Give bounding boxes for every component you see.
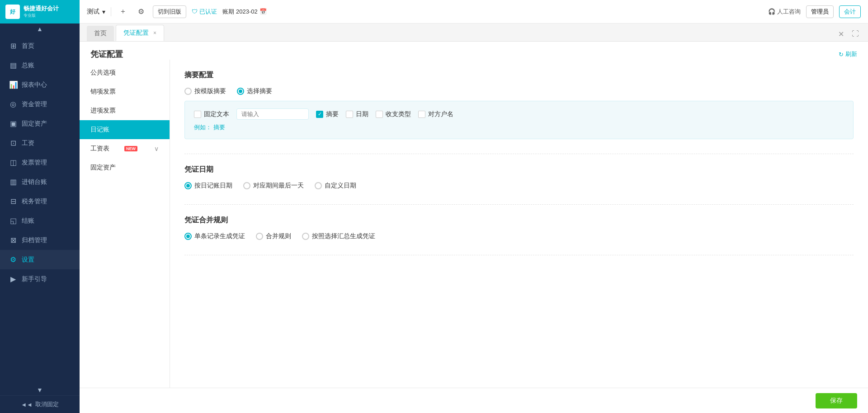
tab-close-btn[interactable]: ✕ (835, 28, 846, 39)
summary-radio-template[interactable]: 按模版摘要 (184, 87, 226, 95)
section-divider-1 (184, 154, 854, 154)
guide-icon: ▶ (9, 275, 17, 283)
sidebar-item-archive[interactable]: ⊠ 归档管理 (0, 230, 80, 250)
switch-version-btn[interactable]: 切到旧版 (153, 5, 186, 18)
section-divider-3 (184, 255, 854, 255)
capital-icon: ◎ (9, 100, 17, 108)
radio-single-circle (184, 233, 192, 240)
summary-config-box: 固定文本 ✓ 摘要 日期 (184, 101, 854, 139)
sidebar-item-assets[interactable]: ▣ 固定资产 (0, 114, 80, 133)
tab-home[interactable]: 首页 (87, 26, 114, 41)
summary-section: 摘要配置 按模版摘要 选择摘要 (184, 70, 854, 139)
topbar: 测试 ▾ ＋ ⚙ 切到旧版 🛡 已认证 账期 2023-02 📅 🎧 人工咨询 … (80, 0, 868, 23)
settings-icon: ⚙ (9, 255, 17, 264)
settings-btn[interactable]: ⚙ (135, 5, 147, 18)
radio-custom-circle (315, 182, 322, 189)
date-title: 凭证日期 (184, 165, 854, 174)
assets-icon: ▣ (9, 119, 17, 128)
left-nav-salary-table[interactable]: 工资表 NEW ∨ (80, 139, 170, 158)
merge-title: 凭证合并规则 (184, 216, 854, 225)
tab-bar: 首页 凭证配置 × ✕ ⛶ (80, 23, 868, 42)
merge-radio-select-all[interactable]: 按照选择汇总生成凭证 (302, 232, 375, 240)
company-selector[interactable]: 测试 ▾ (87, 8, 105, 16)
merge-radio-single[interactable]: 单条记录生成凭证 (184, 232, 245, 240)
certified-badge: 🛡 已认证 (192, 8, 217, 16)
new-badge: NEW (124, 146, 137, 151)
sidebar: 好 畅捷通好会计 专业版 ▲ ⊞ 首页 ▤ 总账 📊 报表中心 ◎ 资金管理 ▣… (0, 0, 80, 413)
tab-bar-right: ✕ ⛶ (835, 28, 861, 41)
sidebar-logo: 好 畅捷通好会计 专业版 (0, 0, 80, 23)
fixed-text-input[interactable] (236, 108, 309, 120)
sidebar-item-home[interactable]: ⊞ 首页 (0, 36, 80, 56)
example-text: 例如： 摘要 (194, 123, 844, 131)
summary-radio-select[interactable]: 选择摘要 (237, 87, 272, 95)
summary-radio-group: 按模版摘要 选择摘要 (184, 87, 854, 95)
sidebar-item-close[interactable]: ◱ 结账 (0, 211, 80, 230)
sidebar-item-tax[interactable]: ⊟ 税务管理 (0, 192, 80, 211)
summary-title: 摘要配置 (184, 70, 854, 80)
date-section: 凭证日期 按日记账日期 对应期间最后一天 自定义日期 (184, 165, 854, 190)
sidebar-item-sales[interactable]: ▥ 进销台账 (0, 172, 80, 192)
save-button[interactable]: 保存 (816, 393, 857, 408)
sales-icon: ▥ (9, 178, 17, 186)
page-title: 凭证配置 (90, 49, 123, 60)
refresh-btn[interactable]: ↻ 刷新 (839, 50, 857, 58)
checkbox-fixed-text[interactable]: 固定文本 (194, 110, 229, 118)
left-nav-sales-invoice[interactable]: 销项发票 (80, 82, 170, 101)
sidebar-item-ledger[interactable]: ▤ 总账 (0, 56, 80, 75)
pin-left-icon: ◄◄ (21, 401, 33, 408)
content-area: 凭证配置 ↻ 刷新 公共选项 销项发票 进项发票 日记账 工资表 NEW ∨ 固… (80, 42, 868, 413)
home-icon: ⊞ (9, 42, 17, 50)
radio-select-all-circle (302, 233, 309, 240)
sidebar-item-settings[interactable]: ⚙ 设置 (0, 250, 80, 269)
chevron-down-icon: ∨ (154, 145, 159, 152)
shield-icon: 🛡 (192, 8, 198, 15)
sidebar-item-guide[interactable]: ▶ 新手引导 (0, 269, 80, 289)
sidebar-scroll-down[interactable]: ▼ (0, 385, 80, 395)
close-acc-icon: ◱ (9, 216, 17, 225)
calendar-icon[interactable]: 📅 (259, 8, 267, 15)
reports-icon: 📊 (9, 80, 17, 89)
tab-close-icon[interactable]: × (153, 30, 156, 36)
cancel-fixed-btn[interactable]: ◄◄ 取消固定 (0, 395, 80, 413)
checkbox-pay-type[interactable]: 收支类型 (376, 110, 411, 118)
checkbox-counterparty[interactable]: 对方户名 (418, 110, 453, 118)
user-btn[interactable]: 管理员 (806, 5, 834, 18)
page-header: 凭证配置 ↻ 刷新 (80, 42, 868, 60)
left-nav-purchase-invoice[interactable]: 进项发票 (80, 101, 170, 120)
sidebar-item-capital[interactable]: ◎ 资金管理 (0, 94, 80, 114)
sidebar-item-reports[interactable]: 📊 报表中心 (0, 75, 80, 94)
checkbox-counterparty-box (418, 111, 425, 118)
consult-btn[interactable]: 🎧 人工咨询 (768, 8, 801, 16)
merge-section: 凭证合并规则 单条记录生成凭证 合并规则 按照选择汇总生成凭证 (184, 216, 854, 240)
date-radio-period-last[interactable]: 对应期间最后一天 (243, 182, 304, 190)
company-dropdown-icon: ▾ (102, 8, 105, 15)
sidebar-item-wages[interactable]: ⊡ 工资 (0, 133, 80, 153)
checkbox-date[interactable]: 日期 (346, 110, 368, 118)
main-area: 测试 ▾ ＋ ⚙ 切到旧版 🛡 已认证 账期 2023-02 📅 🎧 人工咨询 … (80, 0, 868, 413)
tax-icon: ⊟ (9, 197, 17, 206)
radio-template-circle (184, 88, 192, 95)
role-btn[interactable]: 会计 (839, 5, 861, 18)
add-btn[interactable]: ＋ (117, 5, 129, 18)
sidebar-nav: ⊞ 首页 ▤ 总账 📊 报表中心 ◎ 资金管理 ▣ 固定资产 ⊡ 工资 ◫ 发票… (0, 34, 80, 385)
left-nav-fixed-assets[interactable]: 固定资产 (80, 158, 170, 177)
left-nav: 公共选项 销项发票 进项发票 日记账 工资表 NEW ∨ 固定资产 (80, 60, 170, 388)
left-nav-diary[interactable]: 日记账 (80, 120, 170, 139)
left-nav-public[interactable]: 公共选项 (80, 63, 170, 82)
sidebar-scroll-up[interactable]: ▲ (0, 23, 80, 34)
sidebar-item-invoice-mgr[interactable]: ◫ 发票管理 (0, 153, 80, 172)
tab-expand-btn[interactable]: ⛶ (850, 28, 861, 39)
period-info: 账期 2023-02 📅 (222, 8, 267, 16)
date-radio-custom[interactable]: 自定义日期 (315, 182, 356, 190)
merge-radio-rule[interactable]: 合并规则 (256, 232, 291, 240)
wages-icon: ⊡ (9, 139, 17, 147)
summary-config-row: 固定文本 ✓ 摘要 日期 (194, 108, 844, 120)
checkbox-pay-type-box (376, 111, 383, 118)
topbar-divider-1 (111, 7, 111, 16)
right-content: 摘要配置 按模版摘要 选择摘要 (170, 60, 868, 388)
checkbox-summary[interactable]: ✓ 摘要 (316, 110, 339, 118)
headset-icon: 🎧 (768, 8, 775, 15)
tab-voucher-config[interactable]: 凭证配置 × (116, 25, 164, 41)
date-radio-diary[interactable]: 按日记账日期 (184, 182, 232, 190)
